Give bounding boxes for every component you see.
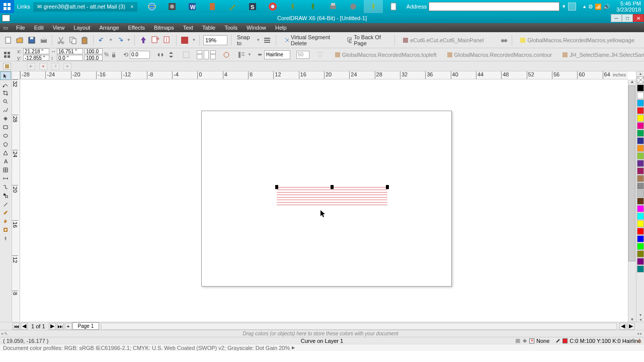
taskbar-snagit-icon[interactable]: S bbox=[243, 0, 262, 13]
horizontal-scrollbar[interactable] bbox=[101, 323, 617, 330]
color-swatch[interactable] bbox=[637, 205, 644, 212]
redo-dropdown-icon[interactable]: ▼ bbox=[127, 38, 131, 42]
color-swatch[interactable] bbox=[637, 115, 644, 122]
x-input[interactable] bbox=[23, 48, 49, 54]
lock-ratio-button[interactable] bbox=[110, 49, 117, 61]
zoom-select[interactable] bbox=[203, 35, 227, 45]
cut-button[interactable] bbox=[56, 34, 66, 46]
taskbar-doc-icon[interactable] bbox=[384, 0, 403, 13]
undo-dropdown-icon[interactable]: ▼ bbox=[109, 38, 113, 42]
paste-button[interactable] bbox=[79, 34, 90, 46]
color-swatch[interactable] bbox=[637, 84, 644, 92]
new-button[interactable] bbox=[3, 34, 13, 46]
end-arrow-select[interactable]: — bbox=[210, 50, 216, 59]
outline-swatch[interactable] bbox=[562, 338, 568, 343]
menu-help[interactable]: Help bbox=[271, 24, 291, 32]
color-swatch[interactable] bbox=[637, 220, 644, 227]
go-button[interactable] bbox=[568, 3, 576, 11]
page-next-button[interactable]: ▶ bbox=[49, 323, 56, 330]
redo-button[interactable] bbox=[115, 34, 125, 46]
fill-swatch-none[interactable] bbox=[529, 338, 534, 343]
color-swatch[interactable] bbox=[637, 243, 644, 250]
taskbar-app2-icon[interactable] bbox=[203, 0, 222, 13]
macro-selectsame-button[interactable]: JH_SelectSame.JH.SelectSame bbox=[558, 50, 644, 60]
color-swatch[interactable] bbox=[637, 167, 644, 174]
color-swatch[interactable] bbox=[637, 130, 644, 137]
page-add-button[interactable]: + bbox=[65, 323, 72, 330]
palette-up-icon[interactable]: ▴ bbox=[636, 71, 644, 76]
address-dropdown-icon[interactable]: ▼ bbox=[561, 4, 566, 9]
export-button[interactable] bbox=[150, 34, 160, 46]
color-swatch[interactable] bbox=[637, 258, 644, 265]
macro-pause-ctrl[interactable]: ⏸ bbox=[51, 63, 59, 70]
swatch-none[interactable] bbox=[637, 76, 644, 83]
options-button[interactable] bbox=[262, 34, 272, 46]
wrap-button[interactable] bbox=[182, 49, 191, 61]
color-swatch[interactable] bbox=[637, 175, 644, 182]
width-input[interactable] bbox=[57, 48, 83, 54]
status-warning-icon[interactable]: ⚠ bbox=[637, 337, 642, 344]
copy-button[interactable] bbox=[68, 34, 78, 46]
tray-icon[interactable]: ⚙ bbox=[588, 4, 593, 10]
app-launcher-button[interactable] bbox=[180, 34, 190, 46]
vertical-scrollbar[interactable]: ▲ ▼ bbox=[628, 79, 636, 322]
ruler-origin[interactable] bbox=[12, 71, 20, 79]
ellipse-tool[interactable] bbox=[0, 131, 11, 140]
color-swatch[interactable] bbox=[637, 265, 644, 273]
color-swatch[interactable] bbox=[637, 250, 644, 257]
color-swatch[interactable] bbox=[637, 228, 644, 235]
text-tool[interactable]: A bbox=[0, 157, 11, 165]
color-swatch[interactable] bbox=[637, 92, 644, 99]
scroll-down-icon[interactable]: ▼ bbox=[628, 317, 636, 322]
scale-x-input[interactable] bbox=[85, 48, 103, 54]
taskbar-ie-icon[interactable] bbox=[142, 0, 162, 13]
macro-topleft-button[interactable]: GlobalMacros.RecordedMacros.topleft bbox=[331, 50, 441, 60]
shape-tool[interactable] bbox=[0, 80, 11, 88]
mirror-h-button[interactable] bbox=[156, 49, 165, 61]
virtual-segment-delete-button[interactable]: Virtual Segment Delete bbox=[280, 35, 341, 45]
start-arrow-select[interactable]: — bbox=[197, 50, 202, 59]
macro-record-ctrl[interactable]: ● bbox=[39, 63, 47, 70]
vertical-ruler[interactable]: 3228242016128 bbox=[12, 79, 20, 322]
menu-text[interactable]: Text bbox=[179, 24, 197, 32]
menu-arrange[interactable]: Arrange bbox=[95, 24, 123, 32]
taskbar-mail-tab[interactable]: ✉ green38@att.net - att.net Mail (3) × bbox=[33, 2, 138, 12]
selected-object[interactable] bbox=[277, 187, 387, 209]
line-style-select[interactable] bbox=[204, 50, 209, 59]
height-input[interactable] bbox=[57, 55, 83, 61]
menu-effects[interactable]: Effects bbox=[124, 24, 149, 32]
start-button[interactable] bbox=[0, 0, 14, 13]
sysmenu-icon[interactable]: ▭ bbox=[3, 25, 8, 31]
import-button[interactable] bbox=[138, 34, 148, 46]
hscroll-left-button[interactable]: ◀ bbox=[619, 323, 626, 330]
interactive-tool[interactable] bbox=[0, 191, 11, 200]
canvas[interactable]: inches -28-24-20-16-12-8-404812162024283… bbox=[12, 71, 636, 322]
connector-tool[interactable] bbox=[0, 183, 11, 191]
page-last-button[interactable]: ⏭ bbox=[57, 323, 64, 330]
scale-y-input[interactable] bbox=[85, 55, 103, 61]
macro-stop-ctrl[interactable]: ■ bbox=[63, 63, 71, 70]
color-swatch[interactable] bbox=[637, 213, 644, 220]
zoom-tool[interactable] bbox=[0, 97, 11, 106]
horizontal-ruler[interactable]: inches -28-24-20-16-12-8-404812162024283… bbox=[20, 71, 628, 79]
menu-view[interactable]: View bbox=[49, 24, 69, 32]
macro-ecut-button[interactable]: eCut6.eCut.eCut6_MainPanel bbox=[398, 35, 488, 45]
color-swatch[interactable] bbox=[637, 100, 644, 107]
open-button[interactable] bbox=[15, 34, 25, 46]
handle-tc[interactable] bbox=[331, 185, 334, 189]
convert-button[interactable] bbox=[315, 49, 325, 61]
menu-table[interactable]: Table bbox=[198, 24, 219, 32]
interactive-fill-tool[interactable] bbox=[0, 225, 11, 234]
taskbar-app-icon[interactable] bbox=[163, 0, 182, 13]
doc-palette-menu-icon[interactable]: ▸ bbox=[2, 331, 4, 336]
color-swatch[interactable] bbox=[637, 183, 644, 190]
page-tab-1[interactable]: Page 1 bbox=[72, 322, 100, 330]
color-swatch[interactable] bbox=[637, 107, 644, 114]
taskbar-clock[interactable]: 5:46 PM 3/23/2018 bbox=[613, 1, 644, 13]
rotation-input[interactable] bbox=[130, 51, 150, 59]
fill-tool[interactable] bbox=[0, 217, 11, 225]
macro-yellowpage-button[interactable]: GlobalMacros.RecordedMacros.yellowpage bbox=[516, 35, 639, 45]
maximize-button[interactable]: □ bbox=[622, 14, 633, 22]
taskbar-corel2-icon[interactable] bbox=[303, 0, 323, 13]
taskbar-corel-icon[interactable] bbox=[283, 0, 302, 13]
